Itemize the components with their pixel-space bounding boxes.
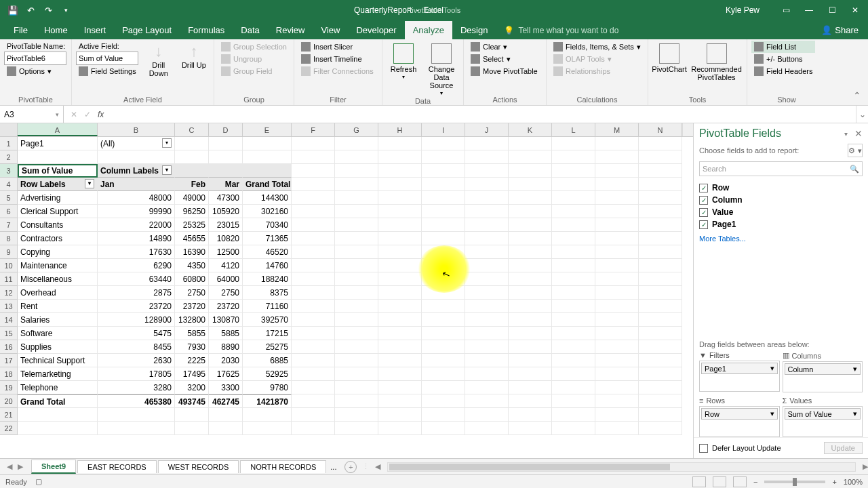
cell[interactable] xyxy=(552,394,595,408)
cell[interactable]: 493745 xyxy=(175,394,209,408)
cell[interactable] xyxy=(595,150,639,164)
cell[interactable]: 63440 xyxy=(98,272,175,286)
cell[interactable]: 47300 xyxy=(209,191,243,205)
cell[interactable] xyxy=(552,218,595,232)
cell[interactable] xyxy=(335,178,378,191)
cell[interactable] xyxy=(595,300,639,313)
cell[interactable] xyxy=(422,381,465,394)
close-icon[interactable]: ✕ xyxy=(845,0,865,20)
cell[interactable] xyxy=(552,259,595,272)
hscroll-left-icon[interactable]: ◀ xyxy=(375,462,380,471)
cell[interactable]: 5475 xyxy=(98,327,175,340)
cell[interactable] xyxy=(175,422,209,435)
cell[interactable] xyxy=(509,150,552,164)
cell[interactable] xyxy=(335,394,378,408)
expand-formula-bar-icon[interactable]: ⌄ xyxy=(856,106,868,123)
cell[interactable] xyxy=(639,408,682,422)
cell[interactable] xyxy=(552,137,595,150)
change-data-source-button[interactable]: Change Data Source▾ xyxy=(425,41,458,97)
cell[interactable] xyxy=(378,164,422,178)
cell[interactable] xyxy=(98,408,175,422)
cell[interactable]: 96250 xyxy=(175,205,209,218)
cell[interactable]: Supplies xyxy=(18,340,98,354)
cell[interactable] xyxy=(292,327,335,340)
cell[interactable] xyxy=(465,340,509,354)
cell[interactable] xyxy=(335,313,378,327)
cell[interactable]: 132800 xyxy=(175,313,209,327)
cell[interactable] xyxy=(639,394,682,408)
cell[interactable] xyxy=(378,218,422,232)
cell[interactable] xyxy=(422,245,465,259)
sheet-tab[interactable]: WEST RECORDS xyxy=(158,460,239,473)
cell[interactable] xyxy=(509,164,552,178)
cell[interactable]: 2750 xyxy=(209,286,243,300)
cell[interactable] xyxy=(552,272,595,286)
field-list-button[interactable]: Field List xyxy=(751,41,815,53)
cell[interactable] xyxy=(639,367,682,381)
cell[interactable] xyxy=(639,286,682,300)
filter-dropdown-icon[interactable]: ▾ xyxy=(85,179,94,188)
cell[interactable] xyxy=(378,245,422,259)
cell[interactable] xyxy=(509,313,552,327)
col-header-G[interactable]: G xyxy=(335,123,378,136)
cell[interactable] xyxy=(243,137,292,150)
columns-drop-area[interactable]: Column▾ xyxy=(783,361,863,392)
cell[interactable]: Mar xyxy=(209,178,243,191)
cell[interactable] xyxy=(292,137,335,150)
cell[interactable]: Miscellaneous xyxy=(18,272,98,286)
tab-developer[interactable]: Developer xyxy=(348,21,404,39)
row-header[interactable]: 14 xyxy=(0,313,18,327)
cell[interactable] xyxy=(509,327,552,340)
col-header-E[interactable]: E xyxy=(243,123,292,136)
cell[interactable] xyxy=(292,150,335,164)
tab-page-layout[interactable]: Page Layout xyxy=(114,21,180,39)
view-page-layout-icon[interactable] xyxy=(713,476,726,487)
cell[interactable]: 8890 xyxy=(209,340,243,354)
hscroll-right-icon[interactable]: ▶ xyxy=(863,462,868,471)
cell[interactable] xyxy=(335,340,378,354)
cell[interactable]: Page1 xyxy=(18,137,98,150)
cell[interactable] xyxy=(422,408,465,422)
cell[interactable] xyxy=(552,327,595,340)
cell[interactable] xyxy=(422,205,465,218)
sheet-nav-prev-icon[interactable]: ◀ xyxy=(7,462,12,471)
active-field-input[interactable] xyxy=(76,52,138,65)
cell[interactable] xyxy=(595,218,639,232)
cell[interactable] xyxy=(422,300,465,313)
cell[interactable] xyxy=(639,327,682,340)
cell[interactable] xyxy=(595,164,639,178)
checkbox-icon[interactable]: ✓ xyxy=(699,220,708,229)
clear-button[interactable]: Clear ▾ xyxy=(468,41,540,53)
cell[interactable]: 465380 xyxy=(98,394,175,408)
cell[interactable]: 52925 xyxy=(243,367,292,381)
cell[interactable] xyxy=(378,354,422,367)
cell[interactable] xyxy=(552,164,595,178)
row-header[interactable]: 10 xyxy=(0,259,18,272)
col-header-B[interactable]: B xyxy=(98,123,175,136)
fields-search-input[interactable]: Search 🔍 xyxy=(699,161,863,176)
cell[interactable]: 17805 xyxy=(98,367,175,381)
col-header-M[interactable]: M xyxy=(595,123,639,136)
cell[interactable] xyxy=(465,178,509,191)
cell[interactable] xyxy=(335,232,378,245)
cell[interactable] xyxy=(509,286,552,300)
tab-analyze[interactable]: Analyze xyxy=(405,21,452,39)
cell[interactable] xyxy=(422,422,465,435)
cell[interactable] xyxy=(595,340,639,354)
cell[interactable]: 6290 xyxy=(98,259,175,272)
col-header-C[interactable]: C xyxy=(175,123,209,136)
cell[interactable] xyxy=(378,327,422,340)
cell[interactable] xyxy=(552,367,595,381)
cell[interactable]: 22000 xyxy=(98,218,175,232)
cell[interactable] xyxy=(639,354,682,367)
cell[interactable] xyxy=(552,354,595,367)
select-all-corner[interactable] xyxy=(0,123,18,136)
field-headers-button[interactable]: Field Headers xyxy=(751,65,815,77)
cell[interactable] xyxy=(552,286,595,300)
cell[interactable] xyxy=(595,137,639,150)
cell[interactable]: 5885 xyxy=(209,327,243,340)
cell[interactable] xyxy=(378,272,422,286)
cell[interactable] xyxy=(335,367,378,381)
cell[interactable] xyxy=(335,381,378,394)
cell[interactable] xyxy=(335,218,378,232)
